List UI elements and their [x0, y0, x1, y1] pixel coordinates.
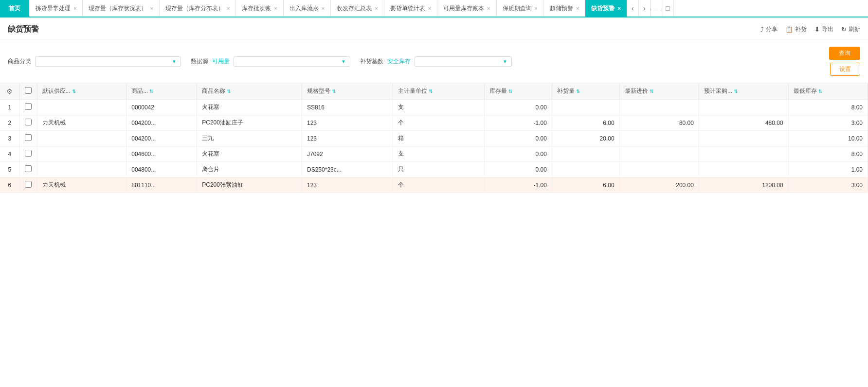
- category-select[interactable]: ▼: [35, 56, 181, 67]
- row-check-6[interactable]: [25, 181, 32, 188]
- tab-10[interactable]: 超储预警 ×: [544, 0, 585, 17]
- header-actions: ⤴ 分享 📋 补货 ⬇ 导出 ↻ 刷新: [760, 25, 860, 34]
- tab-9-close[interactable]: ×: [535, 5, 538, 11]
- row-latest-price-6: 200.00: [619, 177, 699, 193]
- col-replenish[interactable]: 补货量 ⇅: [552, 83, 619, 100]
- col-goods-code[interactable]: 商品... ⇅: [127, 83, 197, 100]
- tab-6[interactable]: 收发存汇总表 ×: [331, 0, 384, 17]
- row-num-3: 3: [0, 131, 19, 146]
- row-check-5[interactable]: [25, 165, 32, 172]
- share-label: 分享: [766, 25, 778, 34]
- replenish-sort[interactable]: 补货量 ⇅: [557, 87, 580, 95]
- row-goods-name-5: 离合片: [197, 162, 302, 177]
- row-checkbox-2[interactable]: [19, 115, 37, 131]
- tab-3[interactable]: 现存量（库存分布表） ×: [160, 0, 236, 17]
- row-supplier-1: [37, 100, 127, 115]
- tab-2[interactable]: 现存量（库存状况表） ×: [83, 0, 159, 17]
- tab-prev-btn[interactable]: ‹: [627, 0, 639, 17]
- tab-4-close[interactable]: ×: [274, 5, 277, 11]
- tab-5[interactable]: 出入库流水 ×: [284, 0, 331, 17]
- tab-7[interactable]: 要货单统计表 ×: [384, 0, 437, 17]
- row-est-purchase-5: [699, 162, 788, 177]
- col-goods-name[interactable]: 商品名称 ⇅: [197, 83, 302, 100]
- unit-sort[interactable]: 主计量单位 ⇅: [398, 87, 433, 95]
- tab-2-label: 现存量（库存状况表）: [89, 4, 147, 13]
- tab-2-close[interactable]: ×: [150, 5, 153, 11]
- tab-next-btn[interactable]: ›: [639, 0, 651, 17]
- latest-price-sort[interactable]: 最新进价 ⇅: [625, 87, 653, 95]
- supplier-sort[interactable]: 默认供应... ⇅: [42, 87, 76, 95]
- tab-6-close[interactable]: ×: [375, 5, 378, 11]
- settings-button[interactable]: 设置: [830, 63, 860, 76]
- refresh-action[interactable]: ↻ 刷新: [841, 25, 860, 34]
- tab-4[interactable]: 库存批次账 ×: [236, 0, 283, 17]
- stock-sort[interactable]: 库存量 ⇅: [489, 87, 512, 95]
- tab-11[interactable]: 缺货预警 ×: [585, 0, 627, 17]
- row-stock-3: 0.00: [485, 131, 552, 146]
- row-spec-5: DS250*23c...: [302, 162, 393, 177]
- col-stock[interactable]: 库存量 ⇅: [485, 83, 552, 100]
- replenish-action[interactable]: 📋 补货: [785, 25, 807, 34]
- row-check-3[interactable]: [25, 134, 32, 141]
- tab-1-close[interactable]: ×: [73, 5, 76, 11]
- row-latest-price-1: [619, 100, 699, 115]
- row-stock-4: 0.00: [485, 146, 552, 162]
- tab-7-close[interactable]: ×: [428, 5, 431, 11]
- row-checkbox-1[interactable]: [19, 100, 37, 115]
- tab-10-close[interactable]: ×: [576, 5, 579, 11]
- row-unit-2: 个: [393, 115, 485, 131]
- tab-home[interactable]: 首页: [0, 0, 30, 17]
- tab-maximize-btn[interactable]: □: [662, 0, 674, 17]
- tab-minimize-btn[interactable]: —: [651, 0, 662, 17]
- replenish-basis-select[interactable]: ▼: [415, 56, 512, 67]
- tab-8[interactable]: 可用量库存账本 ×: [437, 0, 496, 17]
- tab-home-label: 首页: [9, 4, 20, 13]
- supplier-sort-icon: ⇅: [72, 88, 76, 94]
- goods-code-sort[interactable]: 商品... ⇅: [131, 87, 153, 95]
- row-checkbox-5[interactable]: [19, 162, 37, 177]
- row-checkbox-3[interactable]: [19, 131, 37, 146]
- tab-8-close[interactable]: ×: [487, 5, 490, 11]
- tab-11-close[interactable]: ×: [617, 5, 620, 11]
- est-purchase-sort[interactable]: 预计采购... ⇅: [704, 87, 738, 95]
- tab-1[interactable]: 拣货异常处理 ×: [30, 0, 83, 17]
- row-spec-6: 123: [302, 177, 393, 193]
- page-header: 缺货预警 ⤴ 分享 📋 补货 ⬇ 导出 ↻ 刷新: [0, 18, 868, 40]
- col-min-stock[interactable]: 最低库存 ⇅: [788, 83, 868, 100]
- min-stock-sort[interactable]: 最低库存 ⇅: [794, 87, 822, 95]
- category-label: 商品分类: [8, 57, 31, 66]
- data-source-label: 数据源: [191, 57, 208, 66]
- tab-3-close[interactable]: ×: [227, 5, 230, 11]
- query-button[interactable]: 查询: [829, 47, 860, 60]
- col-settings[interactable]: ⚙: [0, 83, 19, 100]
- replenish-icon: 📋: [785, 26, 793, 33]
- tab-9[interactable]: 保质期查询 ×: [497, 0, 544, 17]
- share-action[interactable]: ⤴ 分享: [760, 25, 778, 34]
- row-checkbox-4[interactable]: [19, 146, 37, 162]
- tab-10-label: 超储预警: [550, 4, 573, 13]
- col-est-purchase[interactable]: 预计采购... ⇅: [699, 83, 788, 100]
- goods-code-sort-icon: ⇅: [149, 88, 153, 94]
- tab-5-close[interactable]: ×: [322, 5, 325, 11]
- row-check-1[interactable]: [25, 103, 32, 110]
- row-goods-name-1: 火花塞: [197, 100, 302, 115]
- col-latest-price[interactable]: 最新进价 ⇅: [619, 83, 699, 100]
- select-all-checkbox[interactable]: [25, 87, 32, 94]
- settings-gear-icon[interactable]: ⚙: [6, 88, 13, 95]
- col-spec[interactable]: 规格型号 ⇅: [302, 83, 393, 100]
- spec-sort[interactable]: 规格型号 ⇅: [307, 87, 336, 95]
- row-supplier-6: 力天机械: [37, 177, 127, 193]
- export-action[interactable]: ⬇ 导出: [814, 25, 833, 34]
- col-unit[interactable]: 主计量单位 ⇅: [393, 83, 485, 100]
- goods-name-sort[interactable]: 商品名称 ⇅: [202, 87, 231, 95]
- row-check-2[interactable]: [25, 119, 32, 125]
- data-source-select[interactable]: ▼: [234, 56, 350, 67]
- col-checkbox[interactable]: [19, 83, 37, 100]
- filter-bar: 商品分类 ▼ 数据源 可用量 ▼ 补货基数 安全库存 ▼: [0, 40, 868, 83]
- row-checkbox-6[interactable]: [19, 177, 37, 193]
- col-supplier[interactable]: 默认供应... ⇅: [37, 83, 127, 100]
- row-spec-3: 123: [302, 131, 393, 146]
- row-goods-code-2: 004200...: [127, 115, 197, 131]
- row-goods-code-3: 004200...: [127, 131, 197, 146]
- row-check-4[interactable]: [25, 150, 32, 157]
